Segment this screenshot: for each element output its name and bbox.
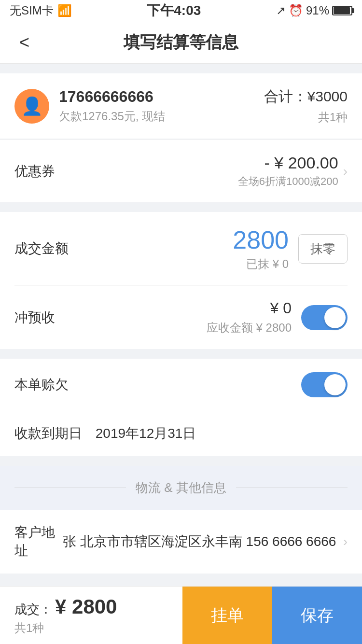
credit-toggle-knob (324, 374, 346, 395)
credit-label: 本单赊欠 (14, 376, 301, 394)
status-left: 无SIM卡 📶 (10, 3, 72, 18)
logistics-line-right (236, 488, 348, 488)
footer-bar: 成交： ¥ 2800 共1种 挂单 保存 (0, 586, 362, 644)
status-bar: 无SIM卡 📶 下午4:03 ↗ ⏰ 91% (0, 0, 362, 21)
coupon-row[interactable]: 优惠券 - ¥ 200.00 全场6折满1000减200 › (0, 140, 362, 202)
coupon-discount: - ¥ 200.00 (238, 154, 338, 172)
customer-total: 合计：¥3000 共1种 (264, 87, 348, 125)
status-time: 下午4:03 (147, 1, 201, 20)
duedate-label: 收款到期日 (14, 426, 82, 441)
separator-2 (0, 349, 362, 359)
chong-row: 冲预收 ¥ 0 应收金额 ¥ 2800 (14, 286, 348, 349)
address-chevron-icon: › (343, 534, 348, 549)
amount-section: 成交金额 2800 已抹 ¥ 0 抹零 冲预收 ¥ 0 应收金额 ¥ 2800 (0, 212, 362, 349)
toggle-knob (324, 307, 346, 328)
duedate-row: 收款到期日 2019年12月31日 (0, 411, 362, 456)
duedate-value: 2019年12月31日 (96, 426, 196, 441)
battery-percent: 91% (306, 4, 329, 17)
back-button[interactable]: < (14, 28, 34, 57)
hang-button[interactable]: 挂单 (182, 587, 272, 644)
separator-1 (0, 202, 362, 212)
separator-3 (0, 456, 362, 466)
deal-amount-row: 成交金额 2800 已抹 ¥ 0 抹零 (14, 212, 348, 286)
footer-deal-label: 成交： (14, 601, 52, 618)
deal-value-block: 2800 已抹 ¥ 0 (233, 225, 289, 272)
total-count: 共1种 (264, 110, 348, 125)
credit-row: 本单赊欠 (14, 359, 348, 411)
deal-amount: 2800 (233, 225, 289, 254)
coupon-desc: 全场6折满1000减200 (238, 174, 338, 189)
save-button[interactable]: 保存 (272, 587, 362, 644)
page-title: 填写结算等信息 (124, 31, 238, 54)
chong-right: ¥ 0 应收金额 ¥ 2800 (207, 299, 292, 336)
footer-info: 成交： ¥ 2800 共1种 (0, 595, 182, 636)
coupon-value-block: - ¥ 200.00 全场6折满1000减200 (238, 154, 338, 189)
alarm-icon: ⏰ (289, 4, 303, 17)
avatar: 👤 (14, 89, 49, 124)
battery-icon (332, 6, 352, 15)
nav-bar: < 填写结算等信息 (0, 21, 362, 64)
total-amount: 合计：¥3000 (264, 87, 348, 107)
wifi-icon: 📶 (57, 4, 72, 17)
address-row[interactable]: 客户地址 张 北京市市辖区海淀区永丰南 156 6666 6666 › (0, 510, 362, 574)
logistics-line-left (14, 488, 126, 488)
footer-count: 共1种 (14, 620, 168, 636)
chong-label: 冲预收 (14, 308, 207, 327)
chevron-right-icon: › (343, 164, 348, 179)
chong-toggle[interactable] (301, 305, 348, 330)
address-label: 客户地址 (14, 523, 63, 560)
coupon-label: 优惠券 (14, 162, 238, 181)
logistics-text: 物流 & 其他信息 (126, 479, 236, 496)
avatar-icon: 👤 (21, 96, 43, 116)
customer-debt: 欠款1276.35元, 现结 (59, 109, 264, 124)
customer-phone: 17666666666 (59, 88, 264, 106)
credit-section: 本单赊欠 (0, 359, 362, 411)
chong-amount: ¥ 0 (270, 299, 292, 317)
footer-amount: ¥ 2800 (55, 595, 117, 618)
round-button[interactable]: 抹零 (298, 234, 348, 264)
location-icon: ↗ (276, 4, 286, 17)
status-right: ↗ ⏰ 91% (276, 4, 352, 17)
deal-rounded: 已抹 ¥ 0 (233, 256, 289, 272)
credit-toggle[interactable] (301, 372, 348, 397)
carrier-text: 无SIM卡 (10, 3, 54, 18)
chong-receivable: 应收金额 ¥ 2800 (207, 320, 292, 336)
logistics-header: 物流 & 其他信息 (0, 466, 362, 510)
address-value: 张 北京市市辖区海淀区永丰南 156 6666 6666 (63, 531, 343, 553)
customer-info: 17666666666 欠款1276.35元, 现结 (59, 88, 264, 124)
customer-card: 👤 17666666666 欠款1276.35元, 现结 合计：¥3000 共1… (0, 73, 362, 139)
deal-label: 成交金额 (14, 239, 233, 258)
